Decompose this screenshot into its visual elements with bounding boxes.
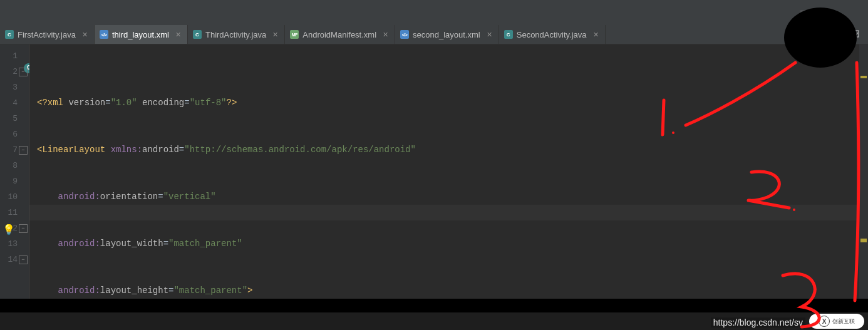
editor: C 1 2− 3 4 5 6 7− 8 9 10 11 12− 💡 13 14−… <box>0 44 868 330</box>
watermark-logo: X 创新互联 <box>809 314 864 329</box>
fold-icon[interactable]: − <box>19 68 28 76</box>
editor-tabs: FirstActivity.java ✕ third_layout.xml ✕ … <box>0 25 868 44</box>
code-line: android:orientation="vertical" <box>37 189 868 205</box>
design-view-button[interactable] <box>848 28 862 40</box>
tab-thirdactivity[interactable]: ThirdActivity.java ✕ <box>188 25 285 44</box>
tab-label: SecondActivity.java <box>517 30 587 39</box>
split-view-icon <box>835 30 844 38</box>
gutter[interactable]: C 1 2− 3 4 5 6 7− 8 9 10 11 12− 💡 13 14− <box>0 44 29 330</box>
tab-secondactivity[interactable]: SecondActivity.java ✕ <box>499 25 606 44</box>
logo-text: 创新互联 <box>832 317 855 326</box>
code-line: <?xml version="1.0" encoding="utf-8"?> <box>37 95 868 111</box>
java-icon <box>193 30 202 39</box>
close-icon[interactable]: ✕ <box>272 31 278 39</box>
close-icon[interactable]: ✕ <box>175 31 181 39</box>
java-icon <box>5 30 14 39</box>
tab-label: third_layout.xml <box>112 30 169 39</box>
java-icon <box>504 30 513 39</box>
svg-rect-2 <box>821 35 829 36</box>
split-view-button[interactable] <box>833 28 847 40</box>
svg-rect-3 <box>836 31 839 37</box>
tab-label: FirstActivity.java <box>18 30 76 39</box>
xml-icon <box>100 30 108 39</box>
code-line: android:layout_height="match_parent"> <box>37 283 868 299</box>
bottom-black-bar <box>0 299 868 312</box>
view-switcher <box>818 28 862 40</box>
fold-icon[interactable]: − <box>19 146 28 155</box>
code-view-button[interactable] <box>818 28 832 40</box>
fold-end-icon[interactable]: − <box>19 255 28 264</box>
tab-androidmanifest[interactable]: AndroidManifest.xml ✕ <box>285 25 395 44</box>
svg-rect-0 <box>821 31 829 33</box>
xml-icon <box>400 30 409 39</box>
current-line-highlight <box>29 205 868 220</box>
code-area[interactable]: <?xml version="1.0" encoding="utf-8"?> <… <box>29 44 868 330</box>
watermark-url: https://blog.csdn.net/sv <box>711 317 805 327</box>
close-icon[interactable]: ✕ <box>383 31 388 39</box>
logo-icon: X <box>819 316 830 327</box>
design-view-icon <box>850 30 859 38</box>
code-view-icon <box>820 30 829 38</box>
manifest-icon <box>290 30 299 39</box>
toolbar-area <box>0 0 868 25</box>
tab-firstactivity[interactable]: FirstActivity.java ✕ <box>0 25 95 44</box>
code-line: android:layout_width="match_parent" <box>37 236 868 252</box>
svg-rect-4 <box>840 31 844 37</box>
close-icon[interactable]: ✕ <box>593 31 599 39</box>
tab-label: AndroidManifest.xml <box>302 30 376 39</box>
close-icon[interactable]: ✕ <box>82 31 88 39</box>
tab-second-layout[interactable]: second_layout.xml ✕ <box>395 25 499 44</box>
tab-label: ThirdActivity.java <box>205 30 266 39</box>
tab-third-layout[interactable]: third_layout.xml ✕ <box>95 25 188 44</box>
code-line: <LinearLayout xmlns:android="http://sche… <box>37 142 868 158</box>
fold-end-icon[interactable]: − <box>19 224 28 233</box>
tab-label: second_layout.xml <box>413 30 480 39</box>
close-icon[interactable]: ✕ <box>487 31 492 39</box>
svg-rect-1 <box>821 33 829 34</box>
